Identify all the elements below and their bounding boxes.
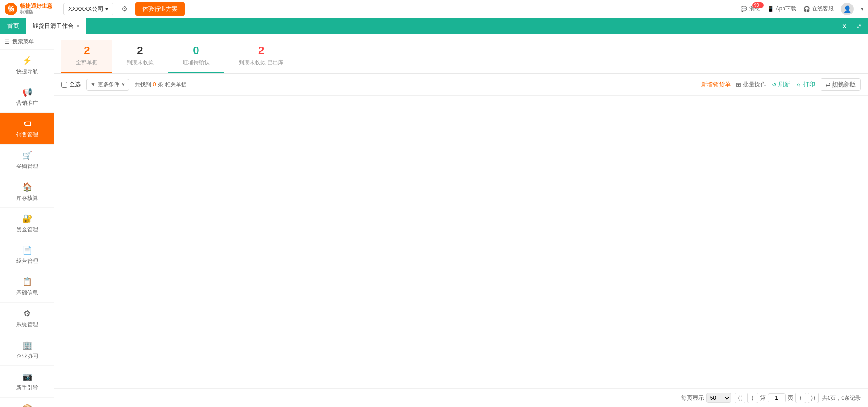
message-badge: 99+ <box>752 2 764 8</box>
chevron-down-icon: ▾ <box>861 6 863 12</box>
pagination: 每页显示 20 50 100 200 ⟨⟨ ⟨ 第 页 ⟩ ⟩⟩ 共0页，0条记… <box>54 388 868 407</box>
tab-controls: ✕ ⤢ <box>839 21 868 32</box>
chevron-down-icon: ∨ <box>121 81 125 88</box>
sidebar-item-operation[interactable]: 📄 经营管理 <box>0 239 54 271</box>
sidebar-search[interactable]: ☰ 搜索菜单 <box>0 34 54 50</box>
tab-bar: 首页 钱货日清工作台 × ✕ ⤢ <box>0 18 868 34</box>
app-center-icon: 📦 <box>22 403 33 407</box>
sidebar-item-basic-info[interactable]: 📋 基础信息 <box>0 271 54 303</box>
print-button[interactable]: 🖨 打印 <box>796 80 815 89</box>
page-size-selector: 每页显示 20 50 100 200 <box>681 393 731 403</box>
sidebar-item-guide[interactable]: 📷 新手引导 <box>0 366 54 398</box>
logo-text: 畅捷通好生意 标准版 <box>20 3 52 14</box>
tab-close-button[interactable]: ✕ <box>839 21 850 32</box>
stat-label-out: 到期未收款 已出库 <box>239 59 283 66</box>
settings-button[interactable]: ⚙ <box>117 2 132 16</box>
refresh-icon: ↺ <box>772 81 777 88</box>
sidebar-item-enterprise[interactable]: 🏢 企业协同 <box>0 334 54 366</box>
logo-area: 畅 畅捷通好生意 标准版 <box>5 3 59 15</box>
stat-label-all: 全部单据 <box>76 59 98 66</box>
stats-tabs: 2 全部单据 2 到期未收款 0 旺辅待确认 2 到期未收款 已出库 <box>54 34 868 74</box>
lightning-icon: ⚡ <box>22 55 33 66</box>
message-icon: 💬 <box>741 6 747 12</box>
finance-icon: 🔐 <box>22 213 33 224</box>
top-header: 畅 畅捷通好生意 标准版 XXXXXX公司 ▾ ⚙ 体验行业方案 💬 消息 99… <box>0 0 868 18</box>
sidebar-item-inventory[interactable]: 🏠 库存核算 <box>0 176 54 208</box>
switch-version-button[interactable]: ⇄ 切换新版 <box>821 78 861 91</box>
page-nav: ⟨⟨ ⟨ 第 页 ⟩ ⟩⟩ <box>735 393 819 403</box>
sidebar-item-marketing[interactable]: 📢 营销推广 <box>0 81 54 113</box>
stat-label-pending: 旺辅待确认 <box>183 59 210 66</box>
add-sales-order-button[interactable]: + 新增销货单 <box>696 80 731 89</box>
checkbox-input[interactable] <box>61 82 67 88</box>
guide-icon: 📷 <box>22 371 33 382</box>
app-download-button[interactable]: 📱 App下载 <box>767 5 796 13</box>
purchase-icon: 🛒 <box>22 150 33 161</box>
stat-num-out: 2 <box>258 44 264 57</box>
basic-info-icon: 📋 <box>22 276 33 287</box>
stat-label-overdue: 到期未收款 <box>127 59 154 66</box>
main-content <box>54 96 868 388</box>
toolbar: 全选 ▼ 更多条件 ∨ 共找到 0 条 相关单据 + 新增销货单 ⊞ 批量操作 <box>54 74 868 96</box>
operation-icon: 📄 <box>22 245 33 256</box>
stat-tab-out[interactable]: 2 到期未收款 已出库 <box>224 40 298 73</box>
search-icon: ☰ <box>5 39 9 45</box>
stat-num-all: 2 <box>84 44 90 57</box>
tab-home[interactable]: 首页 <box>0 18 26 34</box>
stat-num-pending: 0 <box>193 44 199 57</box>
stat-num-overdue: 2 <box>137 44 143 57</box>
user-menu[interactable]: ▾ <box>861 6 863 12</box>
stat-tab-pending[interactable]: 0 旺辅待确认 <box>168 40 224 73</box>
trial-button[interactable]: 体验行业方案 <box>135 2 185 16</box>
tab-close-icon[interactable]: × <box>76 23 80 29</box>
sidebar-item-system[interactable]: ⚙ 系统管理 <box>0 303 54 334</box>
page-last-button[interactable]: ⟩⟩ <box>808 393 819 403</box>
gear-icon: ⚙ <box>121 5 127 13</box>
found-info: 共找到 0 条 相关单据 <box>135 81 187 89</box>
system-icon: ⚙ <box>22 308 33 319</box>
filter-icon: ▼ <box>90 81 96 88</box>
sidebar-item-quick-nav[interactable]: ⚡ 快捷导航 <box>0 50 54 81</box>
toolbar-right: + 新增销货单 ⊞ 批量操作 ↺ 刷新 🖨 打印 ⇄ 切换新版 <box>696 78 861 91</box>
content-area: 2 全部单据 2 到期未收款 0 旺辅待确认 2 到期未收款 已出库 全选 <box>54 34 868 407</box>
sidebar-item-purchase[interactable]: 🛒 采购管理 <box>0 145 54 176</box>
filter-button[interactable]: ▼ 更多条件 ∨ <box>86 79 129 91</box>
marketing-icon: 📢 <box>22 87 33 98</box>
tab-qianhuoricin[interactable]: 钱货日清工作台 × <box>26 18 86 34</box>
select-all-checkbox[interactable]: 全选 <box>61 80 81 89</box>
main-layout: ☰ 搜索菜单 ⚡ 快捷导航 📢 营销推广 🏷 销售管理 🛒 采购管理 🏠 库存核… <box>0 34 868 407</box>
sales-icon: 🏷 <box>22 118 33 129</box>
sidebar-item-sales[interactable]: 🏷 销售管理 <box>0 113 54 145</box>
avatar[interactable]: 👤 <box>841 3 854 15</box>
chevron-down-icon: ▾ <box>105 5 108 12</box>
page-prev-button[interactable]: ⟨ <box>747 393 758 403</box>
switch-icon: ⇄ <box>826 81 830 88</box>
enterprise-icon: 🏢 <box>22 340 33 351</box>
sidebar-item-app-center[interactable]: 📦 应用中心 <box>0 398 54 407</box>
download-icon: 📱 <box>767 6 774 12</box>
online-service-button[interactable]: 🎧 在线客服 <box>803 5 834 13</box>
tab-expand-button[interactable]: ⤢ <box>854 21 864 32</box>
company-selector[interactable]: XXXXXX公司 ▾ <box>63 3 113 15</box>
batch-operation-button[interactable]: ⊞ 批量操作 <box>736 80 766 89</box>
page-total: 共0页，0条记录 <box>822 394 861 402</box>
stat-tab-all[interactable]: 2 全部单据 <box>61 40 112 73</box>
message-button[interactable]: 💬 消息 99+ <box>741 5 760 13</box>
inventory-icon: 🏠 <box>22 182 33 192</box>
service-icon: 🎧 <box>803 6 810 12</box>
sidebar-item-finance[interactable]: 🔐 资金管理 <box>0 208 54 239</box>
print-icon: 🖨 <box>796 81 802 88</box>
refresh-button[interactable]: ↺ 刷新 <box>772 80 790 89</box>
found-count: 0 <box>153 81 156 88</box>
stat-tab-overdue[interactable]: 2 到期未收款 <box>112 40 168 73</box>
header-right: 💬 消息 99+ 📱 App下载 🎧 在线客服 👤 ▾ <box>741 3 863 15</box>
page-size-select[interactable]: 20 50 100 200 <box>706 393 731 403</box>
page-first-button[interactable]: ⟨⟨ <box>735 393 745 403</box>
page-next-button[interactable]: ⟩ <box>795 393 806 403</box>
sidebar: ☰ 搜索菜单 ⚡ 快捷导航 📢 营销推广 🏷 销售管理 🛒 采购管理 🏠 库存核… <box>0 34 54 407</box>
logo-icon: 畅 <box>5 3 17 15</box>
page-number-input[interactable] <box>768 393 786 402</box>
batch-icon: ⊞ <box>736 81 741 88</box>
user-icon: 👤 <box>844 5 851 13</box>
